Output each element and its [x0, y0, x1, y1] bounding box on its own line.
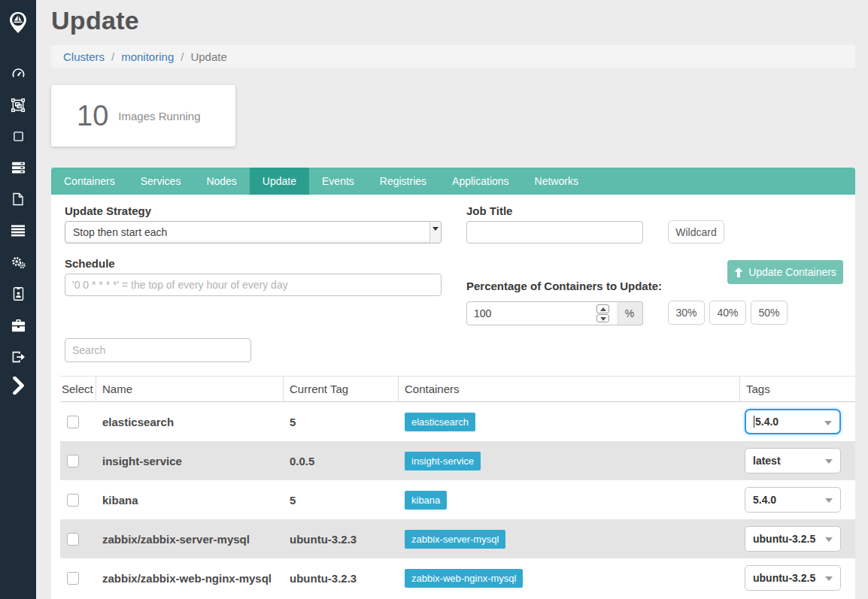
image-name: zabbix/zabbix-web-nginx-mysql [96, 572, 284, 585]
tag-select-kibana[interactable]: 5.4.0 [745, 487, 841, 513]
image-name: insight-service [96, 455, 284, 467]
expand-chevron-icon[interactable] [0, 372, 36, 399]
image-name: kibana [96, 494, 284, 507]
update-containers-label: Update Containers [748, 266, 836, 278]
wildcard-button[interactable]: Wildcard [668, 220, 724, 244]
schedule-input[interactable] [65, 274, 442, 296]
container-square-icon[interactable] [0, 123, 36, 150]
logout-icon[interactable] [0, 343, 36, 371]
update-strategy-select[interactable]: Stop then start each [65, 221, 442, 244]
current-tag: 5 [284, 494, 399, 507]
percent-40-button[interactable]: 40% [709, 301, 746, 325]
current-tag: 0.0.5 [284, 455, 399, 467]
schedule-label: Schedule [65, 257, 115, 270]
column-header-select: Select [60, 376, 96, 402]
column-header-tags: Tags [740, 376, 855, 402]
image-name: zabbix/zabbix-server-mysql [96, 533, 284, 546]
images-table: Select Name Current Tag Containers Tags … [60, 376, 855, 597]
text-caret [754, 416, 754, 428]
container-badge: zabbix-server-mysql [405, 530, 505, 549]
percentage-label: Percentage of Containers to Update: [466, 280, 662, 292]
tab-update[interactable]: Update [250, 168, 309, 195]
chevron-down-icon [824, 421, 832, 425]
tag-select-zabbix-server-mysql[interactable]: ubuntu-3.2.5 [745, 526, 841, 552]
breadcrumb: Clusters / monitoring / Update [51, 45, 855, 68]
dashboard-gauge-icon[interactable] [0, 60, 36, 87]
selected-tag: ubuntu-3.2.5 [753, 533, 815, 545]
table-row-zabbix-server-mysql: zabbix/zabbix-server-mysql ubuntu-3.2.3 … [60, 519, 855, 558]
breadcrumb-separator: / [181, 50, 184, 63]
images-running-label: Images Running [118, 110, 200, 123]
selected-tag: latest [753, 455, 781, 467]
column-header-current-tag: Current Tag [284, 376, 399, 402]
container-badge: insight-service [405, 452, 481, 470]
file-icon[interactable] [0, 186, 36, 213]
percent-50-button[interactable]: 50% [751, 301, 788, 325]
tab-nodes[interactable]: Nodes [193, 168, 249, 195]
tag-select-insight-service[interactable]: latest [745, 448, 841, 473]
percentage-input[interactable] [466, 301, 618, 325]
selected-tag: 5.4.0 [755, 416, 778, 428]
app-logo-boat-pin-icon[interactable] [0, 9, 36, 36]
image-name: elasticsearch [96, 416, 284, 428]
row-checkbox[interactable] [67, 494, 79, 507]
breadcrumb-link-monitoring[interactable]: monitoring [121, 50, 174, 63]
container-badge: kibana [405, 491, 447, 510]
tag-select-elasticsearch[interactable]: 5.4.0 [745, 409, 841, 434]
table-header: Select Name Current Tag Containers Tags [60, 376, 855, 402]
row-checkbox[interactable] [67, 572, 79, 585]
breadcrumb-link-clusters[interactable]: Clusters [63, 50, 105, 63]
stacks-icon[interactable] [0, 154, 36, 181]
hosts-frame-icon[interactable] [0, 92, 36, 119]
table-row-insight-service: insight-service 0.0.5 insight-service la… [60, 441, 855, 480]
sidebar [0, 0, 36, 599]
row-checkbox[interactable] [67, 533, 79, 546]
chevron-down-icon [825, 459, 833, 464]
page: Update Clusters / monitoring / Update 10… [0, 0, 868, 599]
row-checkbox[interactable] [67, 455, 79, 467]
tab-services[interactable]: Services [128, 168, 194, 195]
list-icon[interactable] [0, 217, 36, 244]
breadcrumb-separator: / [111, 50, 114, 63]
percent-addon: % [617, 301, 643, 325]
column-header-name: Name [96, 376, 284, 402]
current-tag: ubuntu-3.2.3 [284, 572, 399, 585]
tab-bar: Containers Services Nodes Update Events … [51, 168, 855, 195]
tab-applications[interactable]: Applications [439, 168, 522, 195]
tab-containers[interactable]: Containers [51, 168, 128, 195]
update-panel: Update Strategy Stop then start each Job… [51, 195, 855, 599]
selected-tag: ubuntu-3.2.5 [753, 572, 815, 584]
tab-registries[interactable]: Registries [367, 168, 439, 195]
images-running-count: 10 [77, 100, 108, 132]
spinner-down-icon[interactable] [596, 314, 609, 323]
tab-events[interactable]: Events [309, 168, 367, 195]
search-input[interactable] [65, 338, 251, 362]
id-badge-icon[interactable] [0, 280, 36, 307]
update-containers-button[interactable]: Update Containers [727, 260, 843, 284]
page-title: Update [51, 6, 139, 35]
settings-gears-icon[interactable] [0, 249, 36, 276]
current-tag: 5 [284, 416, 399, 428]
job-title-label: Job Title [466, 204, 512, 217]
row-checkbox[interactable] [67, 416, 79, 428]
table-row-kibana: kibana 5 kibana 5.4.0 [60, 480, 855, 519]
column-header-containers: Containers [399, 376, 740, 402]
spinner-up-icon[interactable] [596, 304, 609, 313]
job-title-input[interactable] [466, 221, 643, 244]
tag-select-zabbix-web-nginx-mysql[interactable]: ubuntu-3.2.5 [745, 565, 841, 591]
chevron-down-icon [825, 498, 833, 503]
images-running-card: 10 Images Running [51, 85, 235, 147]
percentage-spinner [596, 304, 609, 322]
arrow-up-icon [734, 268, 743, 277]
table-row-zabbix-web-nginx-mysql: zabbix/zabbix-web-nginx-mysql ubuntu-3.2… [60, 558, 855, 597]
container-badge: zabbix-web-nginx-mysql [405, 569, 523, 588]
percent-30-button[interactable]: 30% [668, 301, 705, 325]
update-strategy-value: Stop then start each [73, 226, 167, 238]
current-tag: ubuntu-3.2.3 [284, 533, 399, 546]
update-strategy-label: Update Strategy [65, 204, 151, 217]
selected-tag: 5.4.0 [753, 494, 776, 506]
chevron-down-icon [825, 576, 833, 581]
briefcase-icon[interactable] [0, 312, 36, 339]
tab-networks[interactable]: Networks [522, 168, 591, 195]
table-row-elasticsearch: elasticsearch 5 elasticsearch 5.4.0 [60, 402, 855, 441]
